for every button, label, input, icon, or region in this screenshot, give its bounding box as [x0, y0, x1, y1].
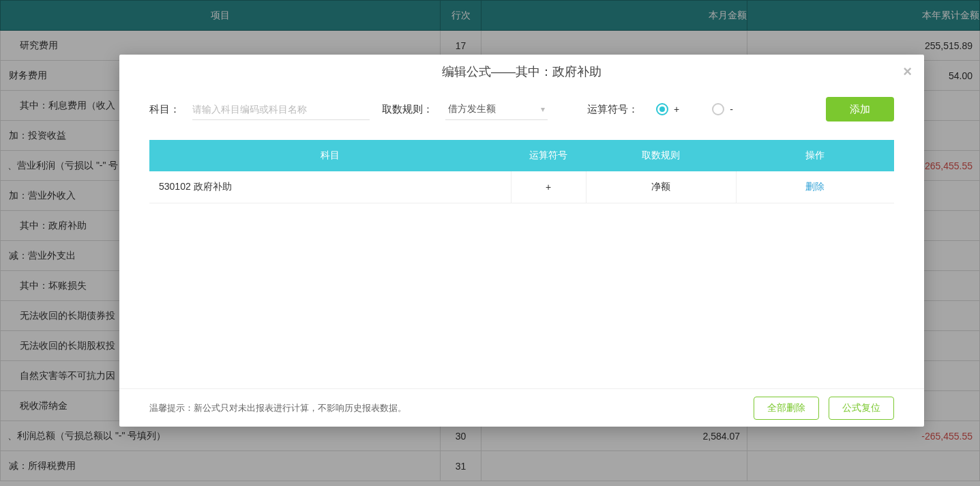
- chevron-down-icon: ▾: [541, 104, 545, 114]
- formula-form-row: 科目： 取数规则： 借方发生额 ▾ 运算符号： + - 添加: [119, 89, 924, 140]
- add-button[interactable]: 添加: [826, 97, 894, 121]
- rule-select[interactable]: 借方发生额 ▾: [445, 98, 548, 120]
- edit-formula-modal: 编辑公式——其中：政府补助 × 科目： 取数规则： 借方发生额 ▾ 运算符号： …: [119, 55, 924, 427]
- footer-hint: 温馨提示：新公式只对未出报表进行计算，不影响历史报表数据。: [149, 402, 406, 414]
- formula-reset-button[interactable]: 公式复位: [829, 397, 894, 420]
- cell-operator: +: [511, 171, 586, 203]
- formula-rows-table: 科目 运算符号 取数规则 操作 530102 政府补助+净额删除: [149, 140, 894, 203]
- modal-header: 编辑公式——其中：政府补助 ×: [119, 55, 924, 89]
- subject-label: 科目：: [149, 103, 180, 116]
- subject-input[interactable]: [192, 98, 370, 120]
- cell-rule: 净额: [586, 171, 736, 203]
- rule-selected-value: 借方发生额: [448, 103, 496, 115]
- cell-action: 删除: [736, 171, 894, 203]
- delete-all-button[interactable]: 全部删除: [754, 397, 819, 420]
- close-icon[interactable]: ×: [903, 63, 912, 81]
- operator-plus-label: +: [674, 104, 679, 115]
- delete-row-link[interactable]: 删除: [805, 181, 825, 192]
- formula-row: 530102 政府补助+净额删除: [149, 171, 894, 203]
- radio-unselected-icon: [712, 103, 724, 115]
- radio-selected-icon: [656, 103, 668, 115]
- header-rule: 取数规则: [586, 140, 736, 171]
- header-operator: 运算符号: [511, 140, 586, 171]
- operator-plus-radio[interactable]: +: [656, 103, 679, 115]
- header-subject: 科目: [149, 140, 511, 171]
- cell-subject: 530102 政府补助: [149, 171, 511, 203]
- formula-rows-container: 科目 运算符号 取数规则 操作 530102 政府补助+净额删除: [119, 140, 924, 388]
- operator-minus-label: -: [730, 104, 733, 115]
- modal-title: 编辑公式——其中：政府补助: [442, 63, 602, 80]
- modal-footer: 温馨提示：新公式只对未出报表进行计算，不影响历史报表数据。 全部删除 公式复位: [119, 388, 924, 427]
- header-action: 操作: [736, 140, 894, 171]
- operator-minus-radio[interactable]: -: [712, 103, 733, 115]
- rule-label: 取数规则：: [382, 103, 433, 116]
- operator-label: 运算符号：: [587, 103, 638, 116]
